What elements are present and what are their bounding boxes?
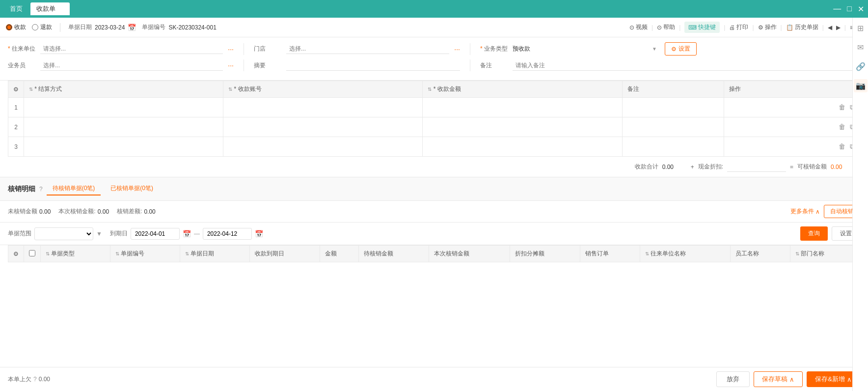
- dept-header: ⇅ 部门名称: [790, 246, 860, 262]
- pending-tab[interactable]: 待核销单据(0笔): [47, 182, 101, 196]
- account-cell-2[interactable]: [223, 117, 423, 137]
- store-input[interactable]: [286, 44, 449, 54]
- select-all-checkbox[interactable]: [29, 250, 35, 256]
- refund-radio[interactable]: 退款: [32, 23, 52, 31]
- operate-action[interactable]: ⚙ 操作: [758, 23, 777, 31]
- setting-button[interactable]: ⚙ 设置: [665, 42, 697, 56]
- nav-left[interactable]: ◀: [828, 24, 832, 31]
- due-date-to[interactable]: [203, 228, 252, 240]
- nav-tab-home[interactable]: 首页: [4, 2, 28, 15]
- discount-input[interactable]: [727, 162, 786, 172]
- done-tab[interactable]: 已核销单据(0笔): [105, 182, 159, 196]
- sidebar-mail-icon[interactable]: ✉: [855, 41, 866, 54]
- action-cell-3: 🗑 ⧉: [724, 137, 860, 157]
- help-action[interactable]: ⊙ 帮助: [657, 23, 675, 31]
- form-divider-1: [244, 43, 244, 55]
- bottom-table-section: ⚙ ⇅ 单据类型 ⇅ 单据编号 ⇅ 单据日期 收款到期日 金额 待核销金额 本次…: [0, 245, 868, 367]
- account-cell-3[interactable]: [223, 137, 423, 157]
- doc-date-label: 单据日期: [68, 23, 92, 31]
- more-conditions-btn[interactable]: 更多条件 ∧: [790, 207, 820, 216]
- sidebar-link-icon[interactable]: 🔗: [854, 60, 868, 73]
- video-action[interactable]: ⊙ 视频: [629, 23, 648, 31]
- store-more-icon[interactable]: ···: [454, 45, 460, 53]
- pending-amount-header: 待核销金额: [359, 246, 429, 262]
- receipt-radio[interactable]: 收款: [6, 23, 26, 31]
- range-select[interactable]: [34, 227, 93, 240]
- stats-row: 未核销金额 0.00 本次核销金额: 0.00 核销差额: 0.00 更多条件 …: [0, 201, 868, 223]
- counterparty-more-icon[interactable]: ···: [228, 45, 234, 53]
- query-button[interactable]: 查询: [800, 226, 828, 241]
- doc-date-info: 单据日期 2023-03-24 📅: [68, 23, 136, 31]
- sidebar-camera-icon[interactable]: 📷: [854, 79, 868, 92]
- remark-input[interactable]: [513, 60, 860, 71]
- counterparty-input[interactable]: [40, 44, 223, 54]
- amount-cell-3[interactable]: [423, 137, 622, 157]
- this-doc-value: 0.00: [39, 376, 50, 383]
- discard-button[interactable]: 放弃: [716, 371, 750, 387]
- delete-icon-3[interactable]: 🗑: [839, 142, 845, 150]
- receipt-radio-input[interactable]: [6, 24, 12, 30]
- staff-input[interactable]: [40, 60, 223, 71]
- save-new-arrow[interactable]: ∧: [847, 376, 852, 383]
- table-row: 3 🗑 ⧉: [8, 137, 860, 157]
- due-date-from-calendar[interactable]: 📅: [183, 230, 191, 238]
- table-row: 2 🗑 ⧉: [8, 117, 860, 137]
- delete-icon-1[interactable]: 🗑: [839, 103, 845, 111]
- verification-title: 核销明细: [8, 185, 35, 194]
- calendar-icon[interactable]: 📅: [128, 24, 136, 31]
- nav-tab-receipt[interactable]: 收款单 ✕: [30, 2, 70, 15]
- counterparty-field: 往来单位 ···: [8, 44, 234, 54]
- due-date-filter: 到期日 📅 — 📅: [110, 228, 263, 240]
- amount-cell-1[interactable]: [423, 98, 622, 117]
- due-date-to-calendar[interactable]: 📅: [255, 230, 263, 238]
- nav-tab-close[interactable]: ✕: [59, 6, 64, 12]
- doc-date-header: ⇅ 单据日期: [180, 246, 249, 262]
- remark-cell-2[interactable]: [622, 117, 724, 137]
- remark-cell-3[interactable]: [622, 137, 724, 157]
- toolbar-actions: ⊙ 视频 | ⊙ 帮助 | ⌨ 快捷键 | 🖨 打印 | ⚙ 操作 | 📋 历史…: [629, 22, 862, 33]
- stats-actions: 更多条件 ∧ 自动核销: [790, 205, 860, 218]
- doc-number-label: 单据编号: [142, 23, 165, 31]
- nav-right[interactable]: ▶: [836, 24, 841, 31]
- form-divider-4: [470, 59, 470, 71]
- settlement-cell-3[interactable]: [24, 137, 223, 157]
- staff-field: 业务员 ···: [8, 60, 234, 71]
- table-row: 1 🗑 ⧉: [8, 98, 860, 117]
- plus-sign: +: [691, 164, 694, 170]
- summary-input[interactable]: [286, 60, 460, 71]
- checkbox-header[interactable]: [24, 246, 41, 262]
- doc-number-value: SK-20230324-001: [168, 24, 216, 31]
- settlement-cell-2[interactable]: [24, 117, 223, 137]
- form-row-1: 往来单位 ··· 门店 ··· 业务类型 预收款 ▼ ⚙ 设置: [8, 42, 860, 56]
- staff-more-icon[interactable]: ···: [228, 61, 234, 69]
- account-cell-1[interactable]: [223, 98, 423, 117]
- remark-cell-1[interactable]: [622, 98, 724, 117]
- refund-radio-input[interactable]: [32, 24, 38, 30]
- doc-number-header: ⇅ 单据编号: [110, 246, 180, 262]
- window-maximize[interactable]: □: [847, 4, 852, 13]
- delete-icon-2[interactable]: 🗑: [839, 123, 845, 131]
- due-date-header: 收款到期日: [249, 246, 320, 262]
- business-type-dropdown-icon[interactable]: ▼: [652, 46, 657, 52]
- settlement-cell-1[interactable]: [24, 98, 223, 117]
- store-label: 门店: [254, 45, 283, 53]
- due-date-from[interactable]: [131, 228, 180, 240]
- account-header: ⇅ * 收款账号: [223, 81, 423, 98]
- action-cell-1: 🗑 ⧉: [724, 98, 860, 117]
- amount-cell-2[interactable]: [423, 117, 622, 137]
- window-minimize[interactable]: —: [833, 4, 841, 13]
- print-action[interactable]: 🖨 打印: [729, 23, 748, 31]
- history-action[interactable]: 📋 历史单据: [786, 23, 818, 31]
- shortcut-action[interactable]: ⌨ 快捷键: [684, 22, 720, 33]
- footer-help-icon[interactable]: ?: [33, 376, 37, 383]
- main-table: ⚙ ⇅ * 结算方式 ⇅ * 收款账号 ⇅ * 收款金额 备注 操作 1 🗑: [8, 81, 860, 157]
- save-draft-button[interactable]: 保存草稿 ∧: [754, 371, 803, 387]
- verification-help-icon[interactable]: ?: [39, 186, 43, 193]
- diff-stat: 核销差额: 0.00: [117, 207, 156, 216]
- table-settings-header[interactable]: ⚙: [8, 81, 24, 98]
- bottom-settings-header[interactable]: ⚙: [8, 246, 24, 262]
- save-draft-arrow[interactable]: ∧: [789, 376, 794, 383]
- sidebar-table-icon[interactable]: ⊞: [855, 22, 866, 35]
- range-dropdown-icon[interactable]: ▼: [96, 230, 102, 237]
- window-close[interactable]: ✕: [858, 4, 864, 14]
